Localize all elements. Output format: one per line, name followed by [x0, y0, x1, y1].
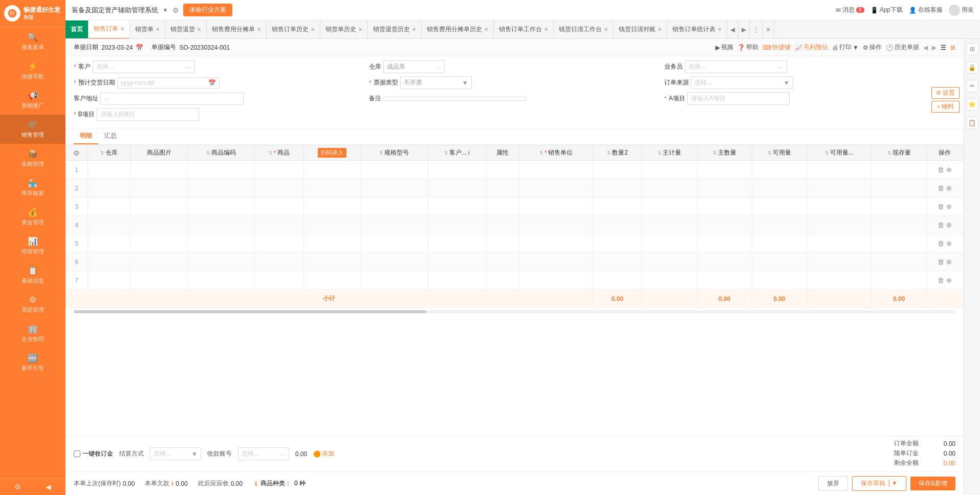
cell-qty2-6[interactable]	[593, 253, 642, 271]
th-scan[interactable]: 扫码录入	[304, 145, 361, 161]
tab-order-history[interactable]: 销售订单历史 ✕	[267, 20, 320, 39]
cell-warehouse-3[interactable]	[88, 198, 130, 216]
copy-icon-5[interactable]: ⊕	[946, 240, 952, 247]
tab-sales-order[interactable]: 销售订单 ✕	[89, 20, 130, 39]
th-product[interactable]: ⇅ *商品	[254, 145, 304, 161]
tab-return[interactable]: 销货退货 ✕	[165, 20, 207, 39]
tab-sales-order-close[interactable]: ✕	[120, 26, 124, 32]
th-spec[interactable]: ⇅ 规格型号	[361, 145, 428, 161]
save-draft-dropdown[interactable]: ▼	[889, 480, 898, 487]
delete-icon-6[interactable]: 🗑	[938, 258, 944, 266]
tab-daily-workbench-close[interactable]: ✕	[604, 27, 608, 32]
right-panel-icon-1[interactable]: ⊞	[966, 43, 978, 55]
cell-warehouse-1[interactable]	[88, 161, 130, 179]
tab-daily-check[interactable]: 钱货日清对账 ✕	[614, 20, 667, 39]
cell-product-3[interactable]	[254, 198, 304, 216]
cell-mqty-4[interactable]	[697, 216, 752, 234]
right-panel-icon-2[interactable]: 🔒	[966, 61, 978, 74]
copy-icon-1[interactable]: ⊕	[946, 166, 952, 174]
delete-icon-7[interactable]: 🗑	[938, 276, 944, 284]
save-draft-button[interactable]: 保存草稿 ▼	[852, 476, 906, 491]
right-panel-icon-5[interactable]: 📋	[966, 117, 978, 129]
cell-unit-2[interactable]	[519, 179, 593, 198]
delete-icon-5[interactable]: 🗑	[938, 240, 944, 247]
print-link[interactable]: 🖨 打印 ▼	[832, 43, 859, 52]
th-main-unit[interactable]: ⇅ 主计量	[642, 145, 697, 161]
cell-product-4[interactable]	[254, 216, 304, 234]
sidebar-item-basic[interactable]: 📋 基础信息	[0, 261, 66, 290]
sidebar-item-enterprise[interactable]: 🏢 企业协同	[0, 319, 66, 348]
th-unit[interactable]: ⇅ *销售单位	[519, 145, 593, 161]
tab-stats-close[interactable]: ✕	[717, 27, 722, 32]
system-dropdown-icon[interactable]: ▼	[162, 7, 168, 14]
cell-qty2-1[interactable]	[593, 161, 642, 179]
list-view-icon[interactable]: ☰	[941, 44, 946, 51]
cell-code-2[interactable]	[187, 179, 254, 198]
tab-workbench-close[interactable]: ✕	[544, 27, 548, 32]
header-settings-icon[interactable]: ⚙	[172, 6, 179, 14]
cell-ccode-7[interactable]	[427, 271, 486, 290]
cell-warehouse-5[interactable]	[88, 234, 130, 253]
cell-code-7[interactable]	[187, 271, 254, 290]
view-link[interactable]: ▶ 视频	[715, 43, 733, 52]
nav-prev-icon[interactable]: ◀	[923, 44, 928, 51]
tab-nav-more[interactable]: ⋮	[750, 20, 763, 39]
tab-invoice[interactable]: 销货单 ✕	[130, 20, 165, 39]
save-new-button[interactable]: 保存&新增	[910, 477, 955, 490]
cell-warehouse-2[interactable]	[88, 179, 130, 198]
settings-bottom-icon[interactable]: ⚙	[14, 483, 21, 491]
discard-button[interactable]: 放弃	[818, 476, 848, 491]
warehouse-input[interactable]: 成品库 ···	[383, 60, 445, 73]
cell-attr-3[interactable]	[486, 198, 519, 216]
cell-product-6[interactable]	[254, 253, 304, 271]
tab-return-close[interactable]: ✕	[197, 27, 201, 32]
solution-btn[interactable]: 体验行业方案	[183, 4, 232, 16]
sidebar-item-system[interactable]: ⚙ 系统管理	[0, 290, 66, 319]
cell-product-1[interactable]	[254, 161, 304, 179]
cell-attr-2[interactable]	[486, 179, 519, 198]
delete-icon-4[interactable]: 🗑	[938, 221, 944, 229]
tab-cost-split[interactable]: 销售费用分摊单 ✕	[207, 20, 267, 39]
delete-icon-1[interactable]: 🗑	[938, 166, 944, 174]
copy-icon-4[interactable]: ⊕	[946, 221, 952, 229]
cell-spec-5[interactable]	[361, 234, 428, 253]
scan-btn[interactable]: 扫码录入	[318, 148, 346, 158]
cell-spec-1[interactable]	[361, 161, 428, 179]
sidebar-item-finance[interactable]: 💰 资金管理	[0, 202, 66, 231]
cell-unit-3[interactable]	[519, 198, 593, 216]
th-current[interactable]: ⇅ 现存量	[872, 145, 926, 161]
tab-daily-workbench[interactable]: 钱货日清工作台 ✕	[554, 20, 614, 39]
cell-product-7[interactable]	[254, 271, 304, 290]
sidebar-item-management[interactable]: 📊 经营管理	[0, 231, 66, 261]
right-panel-icon-3[interactable]: ✏	[966, 80, 978, 92]
copy-icon-7[interactable]: ⊕	[946, 276, 952, 284]
th-warehouse[interactable]: ⇅ 仓库	[88, 145, 130, 161]
cell-warehouse-4[interactable]	[88, 216, 130, 234]
cell-product-2[interactable]	[254, 179, 304, 198]
cell-ccode-3[interactable]	[427, 198, 486, 216]
cell-unit-7[interactable]	[519, 271, 593, 290]
message-item[interactable]: ✉ 消息 9	[836, 6, 864, 14]
tab-summary[interactable]: 汇总	[98, 128, 123, 144]
cell-spec-3[interactable]	[361, 198, 428, 216]
tab-cost-split-close[interactable]: ✕	[257, 27, 261, 32]
nav-next-icon[interactable]: ▶	[932, 44, 937, 51]
tab-invoice-close[interactable]: ✕	[156, 27, 160, 32]
calendar-icon[interactable]: 📅	[136, 44, 143, 51]
delivery-input[interactable]: yyyy-mm-dd 📅	[117, 77, 220, 89]
profit-link[interactable]: 📈 毛利预估	[795, 43, 828, 52]
sidebar-item-purchase[interactable]: 📦 采购管理	[0, 144, 66, 173]
order-source-input[interactable]: 选择... ▼	[691, 76, 793, 89]
cell-ccode-2[interactable]	[427, 179, 486, 198]
cell-product-5[interactable]	[254, 234, 304, 253]
sidebar-item-quick[interactable]: ⚡ 快捷导航	[0, 56, 66, 85]
sidebar-item-inventory[interactable]: 🏪 库存核算	[0, 173, 66, 202]
settings-btn[interactable]: ⚙ 设置	[931, 87, 960, 99]
sidebar-item-guide[interactable]: 🆕 新手引导	[0, 348, 66, 377]
tab-cost-history-close[interactable]: ✕	[484, 27, 488, 32]
copy-icon-3[interactable]: ⊕	[946, 203, 952, 210]
th-code[interactable]: ⇅ 商品编码	[187, 145, 254, 161]
cell-attr-5[interactable]	[486, 234, 519, 253]
cell-qty2-3[interactable]	[593, 198, 642, 216]
address-input[interactable]: ···	[100, 93, 244, 105]
